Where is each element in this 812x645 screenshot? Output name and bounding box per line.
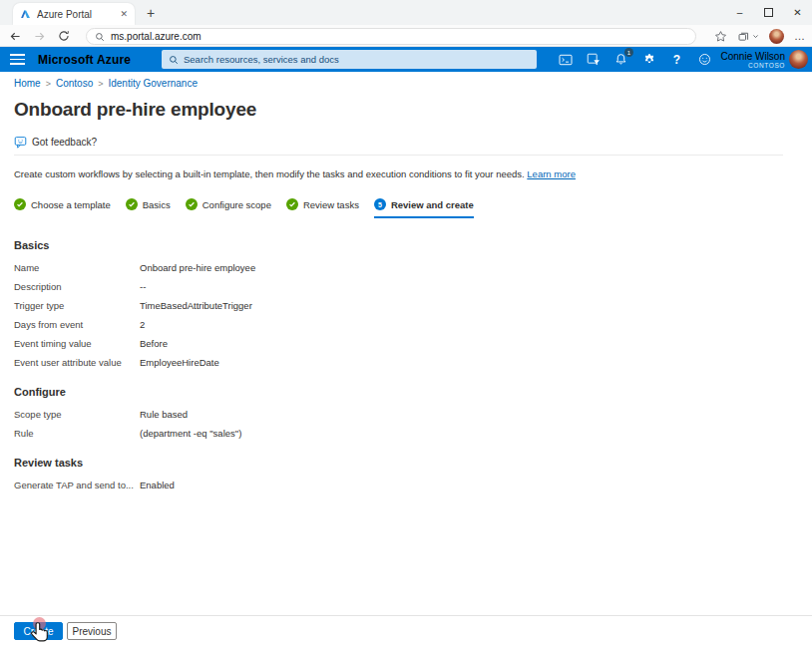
- section-basics: Basics Name Onboard pre-hire employee De…: [14, 239, 255, 376]
- window-controls: – ✕: [725, 0, 812, 25]
- user-name: Connie Wilson: [721, 51, 785, 62]
- window-close-button[interactable]: ✕: [783, 0, 812, 25]
- url-search-icon: [95, 32, 105, 42]
- browser-tab-strip: Azure Portal ✕ + – ✕: [0, 0, 812, 25]
- description-text: Create custom workflows by selecting a b…: [14, 168, 525, 179]
- cloud-shell-icon[interactable]: [558, 52, 573, 67]
- window-minimize-button[interactable]: –: [725, 0, 754, 25]
- wizard-step-review-tasks[interactable]: Review tasks: [286, 198, 359, 216]
- account-info[interactable]: Connie Wilson CONTOSO: [721, 51, 785, 70]
- tab-close-icon[interactable]: ✕: [120, 9, 128, 19]
- breadcrumb-contoso[interactable]: Contoso: [56, 78, 93, 89]
- footer-divider: [0, 615, 812, 616]
- feedback-bubble-icon: [14, 136, 27, 149]
- wizard-step-basics[interactable]: Basics: [126, 198, 171, 216]
- summary-row-description: Description --: [14, 281, 255, 292]
- browser-tab-azure-portal[interactable]: Azure Portal ✕: [13, 3, 135, 25]
- directory-filter-icon[interactable]: [586, 52, 601, 67]
- row-label: Generate TAP and send to...: [14, 480, 140, 490]
- row-label: Rule: [14, 428, 140, 439]
- chevron-down-icon: [752, 33, 759, 40]
- settings-gear-icon[interactable]: [641, 52, 656, 67]
- row-value: Rule based: [140, 409, 188, 420]
- step-number-icon: 5: [374, 198, 386, 210]
- user-org: CONTOSO: [721, 62, 785, 70]
- row-value: TimeBasedAttributeTrigger: [140, 300, 252, 311]
- section-review-tasks: Review tasks Generate TAP and send to...…: [14, 457, 175, 498]
- row-label: Event timing value: [14, 338, 140, 349]
- row-label: Description: [14, 281, 140, 292]
- wizard-step-choose-template[interactable]: Choose a template: [14, 198, 111, 216]
- step-label: Choose a template: [31, 199, 111, 210]
- summary-row-rule: Rule (department -eq "sales"): [14, 428, 241, 439]
- breadcrumb-separator: >: [46, 79, 51, 89]
- row-label: Name: [14, 262, 140, 273]
- azure-brand[interactable]: Microsoft Azure: [38, 53, 131, 67]
- section-heading: Configure: [14, 386, 241, 398]
- row-value: 2: [140, 319, 145, 330]
- summary-row-event-timing: Event timing value Before: [14, 338, 255, 349]
- azure-search-input[interactable]: [184, 54, 530, 65]
- breadcrumb-home[interactable]: Home: [14, 78, 41, 89]
- breadcrumb-identity-governance[interactable]: Identity Governance: [108, 78, 198, 89]
- azure-favicon-icon: [20, 9, 31, 20]
- step-complete-icon: [186, 198, 198, 210]
- feedback-label: Got feedback?: [32, 137, 97, 148]
- step-label: Review tasks: [303, 199, 359, 210]
- tab-title: Azure Portal: [37, 9, 114, 20]
- help-icon[interactable]: ?: [669, 52, 684, 67]
- step-complete-icon: [126, 198, 138, 210]
- breadcrumb-separator: >: [98, 79, 103, 89]
- hamburger-menu-icon[interactable]: [10, 54, 25, 65]
- page-description: Create custom workflows by selecting a b…: [14, 168, 576, 179]
- learn-more-link[interactable]: Learn more: [527, 168, 576, 179]
- azure-search-box[interactable]: [162, 50, 537, 69]
- breadcrumb: Home > Contoso > Identity Governance: [14, 78, 198, 89]
- collections-icon[interactable]: [737, 30, 759, 43]
- summary-row-event-user-attribute: Event user attribute value EmployeeHireD…: [14, 357, 255, 368]
- section-heading: Basics: [14, 239, 255, 251]
- notification-badge: 1: [624, 48, 633, 57]
- row-value: (department -eq "sales"): [140, 428, 241, 439]
- notifications-bell-icon[interactable]: 1: [613, 52, 628, 67]
- search-icon: [169, 55, 179, 65]
- step-label: Review and create: [391, 199, 474, 210]
- new-tab-button[interactable]: +: [142, 4, 160, 22]
- row-value: --: [140, 281, 146, 292]
- section-heading: Review tasks: [14, 457, 175, 469]
- back-icon[interactable]: [8, 29, 23, 44]
- step-complete-icon: [286, 198, 298, 210]
- row-label: Event user attribute value: [14, 357, 140, 368]
- user-avatar[interactable]: [789, 50, 808, 69]
- hand-cursor-icon: [29, 621, 52, 645]
- step-complete-icon: [14, 198, 26, 210]
- screen: Azure Portal ✕ + – ✕: [0, 0, 812, 645]
- refresh-icon[interactable]: [56, 29, 71, 44]
- forward-icon[interactable]: [32, 29, 47, 44]
- page-title: Onboard pre-hire employee: [14, 99, 256, 121]
- favorites-star-icon[interactable]: [714, 30, 727, 43]
- row-label: Days from event: [14, 319, 140, 330]
- url-input[interactable]: [111, 31, 687, 42]
- wizard-step-review-and-create[interactable]: 5 Review and create: [374, 198, 474, 218]
- wizard-steps: Choose a template Basics Configure scope…: [14, 198, 474, 218]
- summary-row-generate-tap: Generate TAP and send to... Enabled: [14, 480, 175, 490]
- previous-button[interactable]: Previous: [67, 622, 117, 640]
- divider: [14, 155, 783, 156]
- address-bar[interactable]: [86, 28, 696, 45]
- row-value: Before: [140, 338, 168, 349]
- row-value: EmployeeHireDate: [140, 357, 219, 368]
- step-label: Configure scope: [203, 199, 271, 210]
- got-feedback-link[interactable]: Got feedback?: [14, 136, 97, 149]
- browser-profile-avatar[interactable]: [769, 29, 784, 44]
- window-maximize-button[interactable]: [754, 0, 783, 25]
- row-label: Scope type: [14, 409, 140, 420]
- section-configure: Configure Scope type Rule based Rule (de…: [14, 386, 241, 447]
- step-label: Basics: [143, 199, 171, 210]
- summary-row-name: Name Onboard pre-hire employee: [14, 262, 255, 273]
- wizard-step-configure-scope[interactable]: Configure scope: [186, 198, 271, 216]
- feedback-smiley-icon[interactable]: [697, 52, 712, 67]
- summary-row-scope-type: Scope type Rule based: [14, 409, 241, 420]
- row-value: Enabled: [140, 480, 175, 490]
- browser-menu-icon[interactable]: …: [794, 30, 806, 42]
